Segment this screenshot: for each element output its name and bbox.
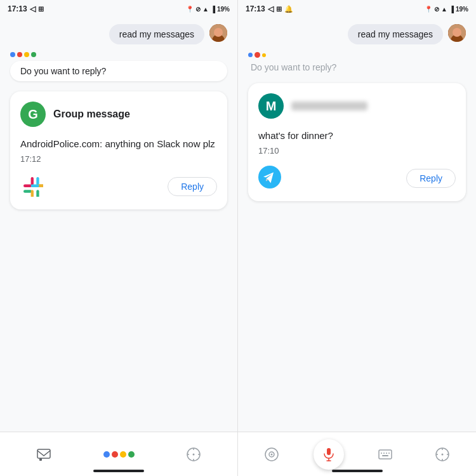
user-avatar-left [209, 24, 227, 42]
home-indicator-right [238, 470, 476, 472]
reply-question-text-right: Do you want to reply? [251, 62, 336, 72]
card-footer-right: Reply [258, 166, 456, 191]
home-indicator-left [0, 470, 237, 472]
user-message-row-right: read my messages [248, 24, 466, 44]
location-icon: 📍 [186, 6, 194, 13]
grid-icon: ⊞ [38, 5, 44, 13]
compass-icon-right [435, 447, 450, 462]
nav-mic-right[interactable] [313, 439, 345, 470]
status-icons-left: 📍 ⊘ ▲ ▐ 19% [186, 6, 230, 13]
card-sender-container-right [291, 102, 456, 110]
nav-keyboard-right[interactable] [369, 439, 401, 470]
reply-btn-text-right: Reply [420, 173, 442, 183]
reply-question-left: Do you want to reply? [10, 61, 227, 81]
user-message-text-left: read my messages [119, 29, 194, 39]
time-right: 17:13 [246, 4, 265, 13]
card-avatar-right: M [258, 93, 284, 119]
bottom-nav-left [0, 432, 237, 476]
slack-app-icon [20, 174, 43, 199]
left-panel: 17:13 ◁ ⊞ 📍 ⊘ ▲ ▐ 19% read my messages [0, 0, 238, 476]
svg-point-13 [193, 453, 195, 455]
assistant-indicator-right [248, 52, 466, 58]
user-message-bubble-right: read my messages [348, 24, 443, 44]
google-dots-right [248, 52, 266, 58]
dot-blue-left [10, 52, 15, 57]
location-icon-right: 📍 [425, 6, 432, 13]
card-message-left: AndroidPolice.com: anything on Slack now… [20, 137, 217, 150]
card-time-left: 17:12 [20, 154, 217, 164]
bottom-nav-right [238, 432, 476, 476]
block-icon-right: ⊘ [434, 6, 439, 13]
status-bar-right: 17:13 ◁ ⊞ 🔔 📍 ⊘ ▲ ▐ 19% [238, 0, 476, 18]
chat-area-right: read my messages Do you want to reply? M [238, 18, 476, 432]
svg-rect-2 [36, 177, 39, 185]
chat-area-left: read my messages Do you want to reply? G [0, 18, 237, 432]
card-avatar-left: G [20, 102, 46, 127]
card-footer-left: Reply [20, 174, 217, 199]
navigation-icon: ◁ [30, 4, 36, 13]
reply-question-right: Do you want to reply? [248, 62, 466, 73]
compass-icon-left [186, 447, 201, 462]
card-header-right: M [258, 93, 456, 119]
svg-rect-1 [31, 177, 34, 185]
reply-button-left[interactable]: Reply [168, 177, 217, 196]
svg-rect-5 [31, 190, 34, 197]
messages-icon [36, 447, 51, 462]
svg-point-32 [442, 453, 444, 455]
svg-rect-9 [31, 185, 39, 187]
nav-compass-right[interactable] [426, 439, 458, 470]
dot-green-left [31, 52, 36, 57]
svg-rect-3 [23, 185, 32, 187]
nav-dot-red [112, 451, 118, 458]
google-dots-left [10, 52, 36, 57]
nav-messages-left[interactable] [28, 439, 60, 470]
svg-rect-22 [327, 448, 331, 455]
signal-icon-right: ▐ [449, 6, 454, 13]
reply-btn-text-left: Reply [181, 182, 204, 192]
reply-button-right[interactable]: Reply [406, 169, 456, 188]
message-text-left: AndroidPolice.com: anything on Slack now… [20, 138, 215, 149]
status-bar-left: 17:13 ◁ ⊞ 📍 ⊘ ▲ ▐ 19% [0, 0, 237, 18]
nav-dot-green [128, 451, 135, 458]
block-icon: ⊘ [195, 6, 201, 13]
nav-dot-blue [103, 451, 110, 458]
avatar-letter-right: M [266, 99, 277, 114]
dot-yellow-right [262, 53, 266, 57]
avatar-letter-left: G [28, 107, 38, 122]
status-time-right: 17:13 ◁ ⊞ 🔔 [246, 4, 293, 13]
status-time-left: 17:13 ◁ ⊞ [8, 4, 44, 13]
blurred-sender-name [291, 102, 367, 110]
dot-blue-right [248, 53, 253, 57]
assistant-indicator-left [10, 52, 227, 57]
message-card-right: M what's for dinner? 17:10 [248, 83, 466, 201]
card-message-right: what's for dinner? [258, 129, 456, 142]
status-icons-right: 📍 ⊘ ▲ ▐ 19% [425, 6, 468, 13]
nav-icon-right: ◁ [268, 4, 274, 13]
mic-button[interactable] [314, 439, 344, 470]
nav-assistant-dots-left[interactable] [103, 439, 135, 470]
svg-rect-6 [36, 190, 39, 197]
nav-camera-right[interactable] [256, 439, 288, 470]
dot-yellow-left [24, 52, 29, 57]
time-left: 17:13 [8, 4, 27, 13]
notification-icon-right: 🔔 [284, 5, 293, 13]
battery-left: 19% [217, 6, 230, 13]
card-header-left: G Group message [20, 102, 217, 127]
svg-point-21 [270, 453, 272, 455]
google-dots-nav-left [103, 451, 135, 458]
mic-icon [321, 447, 336, 462]
user-avatar-right [448, 24, 466, 42]
nav-dot-yellow [120, 451, 126, 458]
dot-red-left [17, 52, 22, 57]
time-text-right: 17:10 [258, 146, 279, 155]
dot-red-right [255, 52, 260, 58]
wifi-icon-right: ▲ [441, 6, 447, 13]
time-text-left: 17:12 [20, 154, 41, 164]
svg-rect-11 [39, 458, 42, 461]
nav-compass-left[interactable] [178, 439, 209, 470]
user-message-text-right: read my messages [358, 29, 433, 39]
message-text-right: what's for dinner? [258, 130, 333, 141]
reply-question-text-left: Do you want to reply? [20, 66, 106, 76]
right-panel: 17:13 ◁ ⊞ 🔔 📍 ⊘ ▲ ▐ 19% read my messages [238, 0, 476, 476]
message-card-left: G Group message AndroidPolice.com: anyth… [10, 91, 227, 209]
